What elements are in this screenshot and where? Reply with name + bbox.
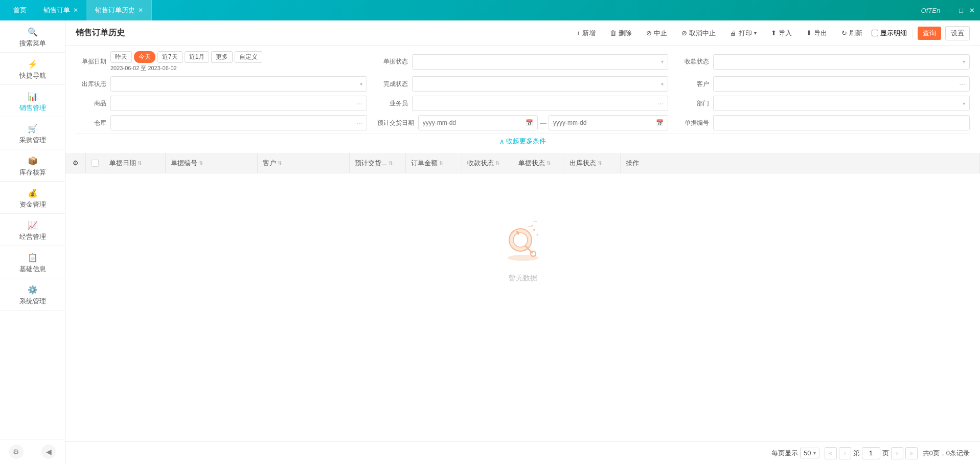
tab-sales-history-close[interactable]: ✕ xyxy=(138,7,143,14)
th-outstock[interactable]: 出库状态 ⇅ xyxy=(564,153,621,173)
delivery-from-field[interactable] xyxy=(423,119,523,126)
tab-sales-history-label: 销售订单历史 xyxy=(95,6,135,15)
th-status[interactable]: 单据状态 ⇅ xyxy=(513,153,564,173)
dept-select[interactable]: ▾ xyxy=(713,96,970,111)
stop-button[interactable]: ⊘ 中止 xyxy=(641,27,672,40)
customer-field[interactable] xyxy=(718,80,956,87)
delivery-to-input[interactable]: 📅 xyxy=(549,115,668,130)
cancel-stop-button[interactable]: ⊘ 取消中止 xyxy=(676,27,721,40)
import-button[interactable]: ⬆ 导入 xyxy=(766,27,797,40)
warehouse-field[interactable] xyxy=(115,119,353,126)
calendar-from-icon[interactable]: 📅 xyxy=(526,119,533,126)
delivery-from-input[interactable]: 📅 xyxy=(418,115,538,130)
last-page-btn[interactable]: » xyxy=(905,447,918,459)
th-date-sort-icon: ⇅ xyxy=(138,160,142,166)
date-custom-btn[interactable]: 自定义 xyxy=(235,51,262,63)
th-payment[interactable]: 收款状态 ⇅ xyxy=(462,153,513,173)
complete-chevron-icon: ▾ xyxy=(661,81,664,87)
payment-select[interactable]: ▾ xyxy=(713,54,970,70)
warehouse-filter-item: 仓库 ··· xyxy=(76,115,367,130)
tab-sales-order-close[interactable]: ✕ xyxy=(73,7,78,14)
payment-label: 收款状态 xyxy=(678,57,709,66)
th-amount-sort-icon: ⇅ xyxy=(439,160,443,166)
th-amount[interactable]: 订单金额 ⇅ xyxy=(406,153,462,173)
filter-wrapper: 单据日期 昨天 今天 近7天 近1月 更多 自定义 2023-06-02 至 2… xyxy=(65,46,980,153)
quick-nav-icon: ⚡ xyxy=(28,59,38,69)
salesman-filter-item: 业务员 ··· xyxy=(377,96,669,111)
th-date[interactable]: 单据日期 ⇅ xyxy=(104,153,166,173)
page-size-value: 50 xyxy=(804,449,811,457)
sidebar-item-basic-info[interactable]: 📋 基础信息 xyxy=(0,246,65,278)
search-button[interactable]: 查询 xyxy=(918,27,941,40)
th-delivery[interactable]: 预计交货... ⇅ xyxy=(350,153,406,173)
sidebar-item-finance[interactable]: 💰 资金管理 xyxy=(0,182,65,214)
goods-dots[interactable]: ··· xyxy=(356,99,362,107)
select-all-checkbox[interactable] xyxy=(92,160,99,167)
settings-button[interactable]: 设置 xyxy=(945,26,970,40)
date-more-btn[interactable]: 更多 xyxy=(211,51,233,63)
export-button[interactable]: ⬇ 导出 xyxy=(801,27,832,40)
complete-select[interactable]: ▾ xyxy=(412,76,669,92)
date-yesterday-btn[interactable]: 昨天 xyxy=(110,51,132,63)
date-1month-btn[interactable]: 近1月 xyxy=(185,51,210,63)
tab-sales-order[interactable]: 销售订单 ✕ xyxy=(35,0,87,20)
sidebar-item-search[interactable]: 🔍 搜索菜单 xyxy=(0,20,65,53)
sidebar-item-inventory[interactable]: 📦 库存核算 xyxy=(0,149,65,182)
empty-illustration: ~ ~ xyxy=(497,214,549,266)
tab-home[interactable]: 首页 xyxy=(5,0,35,20)
close-btn[interactable]: ✕ xyxy=(969,7,975,14)
filter-row-1: 单据日期 昨天 今天 近7天 近1月 更多 自定义 2023-06-02 至 2… xyxy=(76,51,970,72)
sidebar-item-system[interactable]: ⚙️ 系统管理 xyxy=(0,278,65,311)
date-filter-control: 昨天 今天 近7天 近1月 更多 自定义 2023-06-02 至 2023-0… xyxy=(110,51,367,72)
maximize-btn[interactable]: □ xyxy=(959,7,963,14)
page-size-box[interactable]: 50 ▾ xyxy=(800,448,819,458)
goods-input[interactable]: ··· xyxy=(110,96,367,111)
minimize-btn[interactable]: — xyxy=(946,7,953,14)
page-number-input[interactable] xyxy=(862,447,880,459)
salesman-input[interactable]: ··· xyxy=(412,96,669,111)
outbound-select[interactable]: ▾ xyxy=(110,76,367,92)
th-settings[interactable]: ⚙ xyxy=(65,153,86,173)
date-today-btn[interactable]: 今天 xyxy=(134,51,155,63)
delete-button[interactable]: 🗑 删除 xyxy=(605,27,637,40)
customer-input[interactable]: ··· xyxy=(713,76,970,92)
print-button[interactable]: 🖨 打印 ▾ xyxy=(725,27,762,40)
sidebar-item-purchase[interactable]: 🛒 采购管理 xyxy=(0,117,65,149)
sidebar-item-operation[interactable]: 📈 经营管理 xyxy=(0,214,65,246)
refresh-button[interactable]: ↻ 刷新 xyxy=(836,27,868,40)
show-detail-checkbox[interactable] xyxy=(872,30,878,36)
docno-input[interactable] xyxy=(713,115,970,130)
empty-text: 暂无数据 xyxy=(509,274,537,283)
date-7days-btn[interactable]: 近7天 xyxy=(157,51,183,63)
first-page-btn[interactable]: « xyxy=(825,447,837,459)
th-checkbox[interactable] xyxy=(86,153,104,173)
collapse-label: 收起更多条件 xyxy=(506,137,546,146)
customer-dots[interactable]: ··· xyxy=(959,80,965,88)
date-range-text: 2023-06-02 至 2023-06-02 xyxy=(110,64,367,72)
page-suffix: 页 xyxy=(882,449,889,458)
prev-page-btn[interactable]: ‹ xyxy=(839,447,851,459)
collapse-button[interactable]: ∧ 收起更多条件 xyxy=(499,137,546,146)
new-button[interactable]: + 新增 xyxy=(571,27,601,40)
sidebar-item-sales[interactable]: 📊 销售管理 xyxy=(0,85,65,117)
salesman-dots[interactable]: ··· xyxy=(658,99,664,107)
th-no[interactable]: 单据编号 ⇅ xyxy=(166,153,258,173)
delivery-to-field[interactable] xyxy=(553,119,654,126)
basic-info-icon: 📋 xyxy=(28,252,38,262)
import-label: 导入 xyxy=(779,29,792,38)
filter-row-4: 仓库 ··· 预计交货日期 📅 — xyxy=(76,115,970,130)
sidebar-collapse-btn[interactable]: ◀ xyxy=(41,445,56,459)
docno-field[interactable] xyxy=(718,119,965,126)
salesman-field[interactable] xyxy=(417,100,655,107)
calendar-to-icon[interactable]: 📅 xyxy=(656,119,664,126)
warehouse-dots[interactable]: ··· xyxy=(356,119,362,127)
warehouse-input[interactable]: ··· xyxy=(110,115,367,130)
sidebar-settings-btn[interactable]: ⚙ xyxy=(9,445,24,459)
status-select[interactable]: ▾ xyxy=(412,54,669,70)
sidebar-item-quick-nav[interactable]: ⚡ 快捷导航 xyxy=(0,53,65,85)
dept-label: 部门 xyxy=(678,99,709,108)
tab-sales-history[interactable]: 销售订单历史 ✕ xyxy=(87,0,152,20)
th-customer[interactable]: 客户 ⇅ xyxy=(258,153,350,173)
goods-field[interactable] xyxy=(115,100,353,107)
next-page-btn[interactable]: › xyxy=(891,447,903,459)
